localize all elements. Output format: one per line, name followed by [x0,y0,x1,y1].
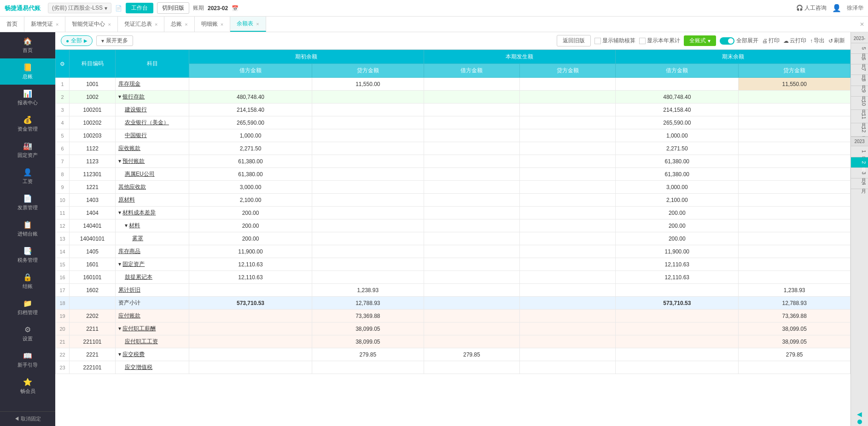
sidebar-item-purchase-sales[interactable]: 📋 进销台账 [0,216,55,242]
company-selector[interactable]: (劣前) 江西股企-LSS ▾ [48,3,111,13]
month-10[interactable]: 10月 [851,97,868,110]
sidebar-item-guide[interactable]: 📖 新手引导 [0,347,55,373]
toggle-switch[interactable] [720,37,734,45]
cloud-print-button[interactable]: ☁ 云打印 [783,37,806,45]
row-cur-debit [424,104,519,116]
expand-button[interactable]: ▾ 展开更多 [96,35,133,46]
row-cb-debit: 265,590.00 [616,116,739,129]
row-name[interactable]: 鼓提累记本 [116,271,189,284]
close-icon[interactable]: × [155,22,157,27]
row-name[interactable]: 原材料 [116,194,189,207]
row-cur-debit [424,322,519,335]
month-7[interactable]: 7月 [851,64,868,75]
row-name[interactable]: ▾ 材料成本差异 [116,207,189,219]
month-4[interactable]: 4月 [851,178,868,189]
th-settings[interactable]: ⚙ [56,50,70,78]
month-3[interactable]: 3月 [851,168,868,178]
close-icon[interactable]: × [56,22,58,27]
row-cur-credit [519,310,615,322]
unpin-fixed-btn[interactable]: ◀ 取消固定 [0,411,55,426]
closing-icon: 🔒 [23,273,32,282]
tab-smart-voucher[interactable]: 智能凭证中心 × [65,17,117,32]
consult-link[interactable]: 🎧 人工咨询 [796,4,827,12]
month-1[interactable]: 1月 [851,146,868,157]
row-name[interactable]: ▾ 应付职工薪酬 [116,322,189,335]
tab-smart-voucher-label: 智能凭证中心 [72,20,105,28]
page-content: ● 全部 ▶ ▾ 展开更多 返回旧版 显示辅助核算 显示本年累 [55,32,851,426]
row-name[interactable]: 应交增值税 [116,361,189,374]
right-panel: 2023- 5月 6月 7月 8月 9月 10月 11月 12月 2023 1月… [851,32,868,426]
sidebar-item-tax[interactable]: 📑 税务管理 [0,242,55,268]
close-icon[interactable]: × [256,21,259,27]
row-name[interactable]: 应付账款 [116,310,189,322]
tab-ledger[interactable]: 总账 × [164,17,194,32]
tab-detail-ledger[interactable]: 明细账 × [195,17,230,32]
row-name[interactable]: 雾罩 [116,232,189,245]
row-name[interactable]: 应收账款 [116,142,189,155]
expand-all-toggle[interactable]: 全部展开 [720,37,758,45]
row-name[interactable]: ▾ 预付账款 [116,155,189,168]
sidebar-item-funds[interactable]: 💰 资金管理 [0,111,55,137]
old-version-button[interactable]: 切到旧版 [157,2,189,14]
filter-button[interactable]: ● 全部 ▶ [61,35,93,46]
row-name[interactable]: 惠属EU公司 [116,168,189,181]
tab-voucher-summary[interactable]: 凭证汇总表 × [118,17,164,32]
row-cb-credit [739,142,851,155]
row-ob-debit: 480,748.40 [189,91,312,104]
close-icon[interactable]: × [185,22,187,27]
full-format-button[interactable]: 全账式 ▾ [684,35,716,46]
month-11[interactable]: 11月 [851,110,868,123]
sidebar-item-ledger[interactable]: 📒 总账 [0,58,55,85]
row-name[interactable]: ▾ 固定资产 [116,258,189,271]
row-name[interactable]: ▾ 材料 [116,219,189,232]
row-cur-debit [424,78,519,91]
panel-toggle-icon[interactable]: ◀ [857,410,862,418]
sidebar-item-home[interactable]: 🏠 首页 [0,32,55,58]
sidebar-item-settings[interactable]: ⚙ 设置 [0,321,55,347]
row-cb-credit [739,91,851,104]
payroll-icon: 👤 [23,168,32,177]
refresh-button[interactable]: ↺ 刷新 [828,37,845,45]
month-2[interactable]: 2月 [851,157,868,168]
export-button[interactable]: ↑ 导出 [810,37,825,45]
show-aux-checkbox[interactable]: 显示辅助核算 [594,37,635,45]
row-no: 15 [56,258,70,271]
sidebar-item-archive[interactable]: 📁 归档管理 [0,294,55,321]
close-icon[interactable]: × [221,22,223,27]
tab-new-voucher[interactable]: 新增凭证 × [24,17,65,32]
row-cb-debit [616,310,739,322]
month-9[interactable]: 9月 [851,86,868,97]
close-icon[interactable]: × [108,22,111,27]
month-8[interactable]: 8月 [851,75,868,86]
sidebar-item-invoice[interactable]: 📄 发票管理 [0,190,55,216]
row-name[interactable]: ▾ 银行存款 [116,91,189,104]
month-5[interactable]: 5月 [851,43,868,54]
row-code: 1405 [70,245,116,258]
sidebar-item-closing[interactable]: 🔒 结账 [0,268,55,294]
close-panel-icon[interactable]: ✕ [860,21,864,28]
show-ytd-checkbox[interactable]: 显示本年累计 [639,37,680,45]
row-name[interactable]: 应付职工工资 [116,335,189,348]
calendar-icon[interactable]: 📅 [232,5,239,12]
row-name[interactable]: 中国银行 [116,129,189,142]
row-name[interactable]: 资产小计 [116,297,189,310]
tab-balance[interactable]: 余额表 × [230,17,266,32]
month-12[interactable]: 12月 [851,123,868,137]
row-name[interactable]: 农业银行（美金） [116,116,189,129]
print-button[interactable]: 🖨 打印 [762,37,780,45]
row-name[interactable]: 库存商品 [116,245,189,258]
tab-home[interactable]: 首页 [0,17,24,32]
return-old-ver-button[interactable]: 返回旧版 [557,35,591,46]
row-name[interactable]: 其他应收款 [116,181,189,194]
sidebar-item-reports[interactable]: 📊 报表中心 [0,85,55,111]
row-name[interactable]: 累计折旧 [116,284,189,297]
month-6[interactable]: 6月 [851,54,868,64]
sidebar-item-fixed-assets[interactable]: 🏭 固定资产 [0,137,55,163]
row-name[interactable]: 建设银行 [116,104,189,116]
row-name[interactable]: 库存现金 [116,78,189,91]
year-label-top: 2023- [851,34,868,43]
workspace-button[interactable]: 工作台 [126,3,153,13]
sidebar-item-member[interactable]: ⭐ 畅会员 [0,373,55,399]
row-name[interactable]: ▾ 应交税费 [116,348,189,361]
sidebar-item-payroll[interactable]: 👤 工资 [0,163,55,190]
